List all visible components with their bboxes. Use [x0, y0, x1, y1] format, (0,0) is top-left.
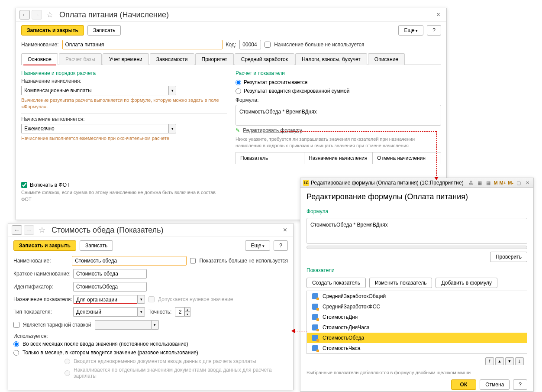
list-item[interactable]: СтоимостьДня [307, 312, 527, 322]
nav-down[interactable]: ▼ [505, 357, 514, 365]
scrollbar[interactable] [306, 246, 527, 249]
tab-base[interactable]: Расчет базы [59, 53, 102, 65]
radio-once[interactable] [13, 350, 19, 356]
tab-deps[interactable]: Зависимости [150, 53, 194, 65]
ok-button[interactable]: ОК [451, 379, 477, 390]
close-icon[interactable]: × [281, 225, 290, 235]
tariff-combo [95, 320, 151, 330]
radio-calc-label: Результат рассчитывается [244, 79, 307, 85]
save-button[interactable]: Записать [87, 25, 121, 36]
more-button[interactable]: Еще [245, 240, 270, 251]
star-icon[interactable]: ☆ [38, 226, 46, 234]
back-button[interactable]: ← [19, 10, 30, 19]
precision-up[interactable]: ▴ [184, 307, 190, 312]
purpose-label: Назначение показателя: [13, 296, 70, 302]
fot-checkbox[interactable] [21, 182, 27, 188]
help-button[interactable]: ? [427, 25, 441, 36]
name-label: Наименование: [13, 258, 68, 264]
performed-combo[interactable] [21, 124, 168, 133]
radio-fixed[interactable] [236, 88, 241, 94]
star-icon[interactable]: ☆ [45, 10, 54, 19]
help-button[interactable]: ? [274, 240, 288, 251]
th-indicator: Показатель [236, 152, 304, 164]
purpose-combo[interactable] [73, 295, 137, 304]
radio-once-label: Только в месяце, в котором вводится знач… [23, 350, 198, 356]
not-used-label: Показатель больше не используется [199, 258, 288, 264]
short-input[interactable] [73, 269, 147, 279]
save-close-button[interactable]: Записать и закрыть [21, 25, 84, 36]
add-to-formula-button[interactable]: Добавить в формулу [436, 278, 497, 288]
precision-down[interactable]: ▾ [184, 312, 190, 317]
save-close-button[interactable]: Записать и закрыть [13, 240, 76, 251]
cancel-button[interactable]: Отмена [480, 379, 510, 390]
list-item[interactable]: СреднийЗаработокОбщий [307, 291, 527, 301]
annotation-arrow [436, 131, 437, 178]
radio-calculated[interactable] [236, 80, 241, 85]
purpose-dropdown[interactable]: ▾ [168, 86, 176, 95]
tariff-checkbox[interactable] [13, 322, 19, 328]
edit-indicator-button[interactable]: Изменить показатель [369, 278, 432, 288]
type-combo[interactable] [73, 307, 137, 317]
list-item[interactable]: СтоимостьЧаса [307, 343, 527, 353]
purpose-combo[interactable] [21, 86, 168, 95]
purpose-dropdown[interactable]: ▾ [137, 295, 145, 304]
id-label: Идентификатор: [13, 284, 70, 290]
nav-first[interactable]: ⤒ [485, 357, 494, 365]
formula-section: Формула [306, 206, 527, 216]
indicator-icon [312, 304, 318, 310]
m-button[interactable]: M [494, 180, 497, 185]
tab-time[interactable]: Учет времени [103, 53, 149, 65]
formula-display: СтоимостьОбеда * ВремяВДнях [236, 105, 441, 126]
check-button[interactable]: Проверить [490, 252, 527, 262]
nav-up[interactable]: ▲ [495, 357, 504, 365]
list-item[interactable]: СреднийЗаработокФСС [307, 301, 527, 312]
list-item[interactable]: СтоимостьОбеда [307, 333, 527, 343]
tab-priority[interactable]: Приоритет [195, 53, 234, 65]
section-calc: Расчет и показатели [236, 68, 441, 78]
type-label: Тип показателя: [13, 309, 70, 315]
create-indicator-button[interactable]: Создать показатель [306, 278, 366, 288]
back-button[interactable]: ← [12, 225, 22, 235]
window-title: Оплата питания (Начисление) [58, 10, 432, 19]
help-button[interactable]: ? [513, 379, 527, 390]
type-dropdown[interactable]: ▾ [137, 307, 145, 317]
section-purpose: Назначение и порядок расчета [21, 68, 227, 78]
calc-icon[interactable]: ▦ [476, 179, 483, 186]
list-item[interactable]: СтоимостьДняЧаса [307, 322, 527, 333]
id-input[interactable] [73, 282, 147, 292]
name-input[interactable] [72, 256, 187, 266]
m-minus-button[interactable]: M- [508, 180, 513, 185]
save-button[interactable]: Записать [80, 240, 113, 251]
zero-checkbox [148, 296, 155, 302]
close-icon[interactable]: × [434, 10, 443, 19]
more-button[interactable]: Еще [398, 25, 423, 36]
radio-permanent[interactable] [13, 341, 19, 347]
print-icon[interactable]: 🖶 [468, 179, 474, 186]
arrow-head-icon [291, 329, 295, 333]
calendar-icon[interactable]: ▦ [485, 179, 492, 186]
zero-label: Допускается нулевое значение [158, 296, 233, 302]
not-used-checkbox[interactable] [265, 42, 271, 48]
forward-button[interactable]: → [32, 10, 42, 19]
not-used-checkbox[interactable] [190, 258, 196, 264]
add-hint: Выбранные показатели добавляются в форму… [306, 369, 527, 376]
tab-tax[interactable]: Налоги, взносы, бухучет [295, 53, 367, 65]
performed-dropdown[interactable]: ▾ [168, 124, 176, 133]
formula-editor[interactable]: СтоимостьОбеда * ВремяВДнях [306, 218, 527, 244]
m-plus-button[interactable]: M+ [500, 180, 507, 185]
edit-formula-link[interactable]: Редактировать формулу [243, 127, 302, 134]
code-input[interactable] [239, 40, 261, 49]
window-title: Стоимость обеда (Показатель) [50, 226, 279, 235]
tab-main[interactable]: Основное [21, 53, 58, 65]
forward-button[interactable]: → [24, 225, 34, 235]
precision-input[interactable] [175, 307, 184, 317]
fot-hint: Снимите флажок, если сумма по этому начи… [21, 189, 227, 203]
maximize-icon[interactable]: ▢ [515, 179, 522, 186]
name-input[interactable] [62, 40, 223, 49]
tab-avg[interactable]: Средний заработок [235, 53, 294, 65]
close-icon[interactable]: ✕ [524, 179, 531, 186]
indicator-icon [312, 335, 318, 341]
nav-last[interactable]: ⤓ [515, 357, 524, 365]
tab-desc[interactable]: Описание [368, 53, 405, 65]
titlebar-text: Редактирование формулы (Оплата питания) … [311, 180, 464, 186]
